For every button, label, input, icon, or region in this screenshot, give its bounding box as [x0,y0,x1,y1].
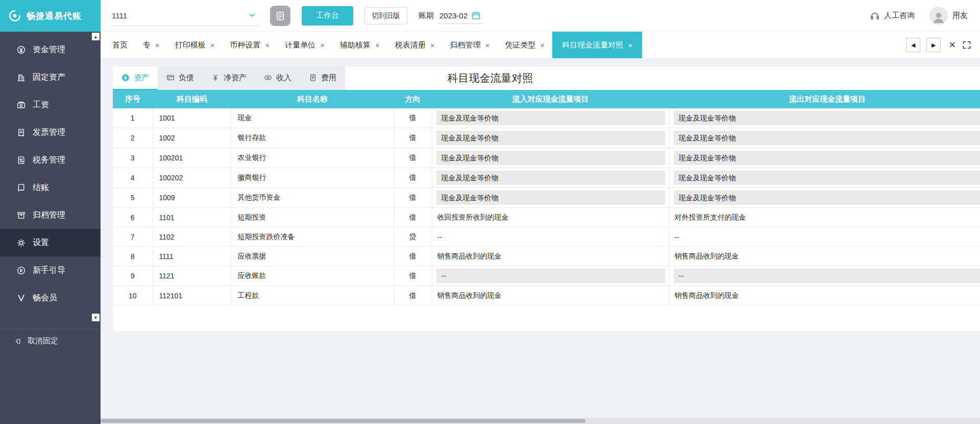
support-button[interactable]: 人工咨询 [870,11,915,21]
tab-close-icon[interactable]: × [485,41,490,49]
fullscreen-button[interactable] [962,40,972,50]
horizontal-scrollbar-thumb[interactable] [101,419,585,423]
cell-outflow: -- [669,227,980,247]
tab-close-icon[interactable]: × [375,41,380,49]
horizontal-scrollbar[interactable] [101,418,980,424]
cell-name: 应收票据 [231,247,394,266]
tax-icon [16,155,26,165]
cell-direction: 贷 [394,227,432,247]
tab-bar: 首页专×打印模板×币种设置×计量单位×辅助核算×税表清册×归档管理×凭证类型×科… [101,32,980,58]
avatar[interactable] [929,7,948,25]
sidebar-item-archive[interactable]: 归档管理 [0,201,101,229]
tab-close-icon[interactable]: × [628,41,632,49]
category-tab-asset[interactable]: 资产 [113,66,158,90]
cell-direction: 借 [394,168,432,188]
cell-name: 短期投资 [231,208,394,227]
inflow-field[interactable]: 现金及现金等价物 [436,151,665,165]
cell-outflow: 销售商品收到的现金 [669,247,980,266]
sidebar-scroll-down-button[interactable]: ▼ [92,314,100,321]
category-tab-income[interactable]: 收入 [255,66,300,90]
tab-7[interactable]: 归档管理× [443,32,498,58]
company-select[interactable]: 1111 [110,6,259,26]
sidebar-item-fixed-assets[interactable]: 固定资产 [0,63,101,91]
tab-0[interactable]: 首页 [105,32,135,58]
sidebar-item-invoice[interactable]: 发票管理 [0,119,101,146]
tab-label: 首页 [112,40,128,50]
outflow-field[interactable]: -- [674,269,980,283]
tab-label: 科目现金流量对照 [562,40,623,50]
unpin-sidebar-button[interactable]: 取消固定 [0,329,101,352]
sidebar-item-guide[interactable]: 新手引导 [0,256,101,284]
tab-8[interactable]: 凭证类型× [497,32,552,58]
tab-scroll-left-button[interactable]: ◀ [906,38,920,52]
sidebar-item-label: 税务管理 [33,155,65,166]
inflow-field[interactable]: 现金及现金等价物 [436,111,665,125]
invoice-icon [16,128,26,137]
outflow-field[interactable]: 现金及现金等价物 [674,191,980,205]
tab-6[interactable]: 税表清册× [387,32,443,58]
cell-code: 1001 [153,108,231,128]
tab-close-icon[interactable]: × [430,41,435,49]
sidebar-item-member[interactable]: 畅会员 [0,284,101,312]
cell-seq: 7 [113,227,153,247]
category-tab-expense[interactable]: 费用 [300,66,345,90]
tab-scroll-right-button[interactable]: ▶ [926,38,941,52]
top-header: 1111 工作台 切到旧版 账期 2023-02 人工咨询 用友 [101,0,980,32]
sidebar-item-closing[interactable]: 结账 [0,174,101,201]
cell-code: 1101 [153,208,231,227]
switch-old-version-button[interactable]: 切到旧版 [364,7,407,25]
brand-area: 畅捷通易代账 [0,0,101,32]
tab-4[interactable]: 计量单位× [277,32,332,58]
inflow-field[interactable]: 现金及现金等价物 [436,131,665,145]
sidebar-item-payroll[interactable]: 工资 [0,91,101,119]
tab-close-icon[interactable]: × [265,41,270,49]
outflow-text: -- [674,233,679,241]
archive-icon [16,210,26,220]
cell-outflow: -- [669,266,980,286]
sidebar-item-funds[interactable]: 资金管理 [0,36,101,63]
tab-9[interactable]: 科目现金流量对照× [552,32,642,58]
tab-3[interactable]: 币种设置× [223,32,278,58]
cell-direction: 借 [394,148,432,168]
tab-label: 税表清册 [395,40,426,50]
category-tab-label: 负债 [179,73,194,83]
outflow-field[interactable]: 现金及现金等价物 [674,131,980,145]
tab-1[interactable]: 专× [135,32,167,58]
inflow-field[interactable]: -- [436,269,665,283]
category-tab-equity[interactable]: 净资产 [203,66,255,90]
outflow-field[interactable]: 现金及现金等价物 [674,111,980,125]
inflow-field[interactable]: 现金及现金等价物 [436,171,665,185]
panel-head: 资产负债净资产收入费用 科目现金流量对照 [113,66,980,90]
tab-close-icon[interactable]: × [210,41,215,49]
cell-name: 徽商银行 [231,168,394,188]
cell-seq: 3 [113,148,153,168]
cell-inflow: 现金及现金等价物 [432,168,669,188]
workbench-button[interactable]: 工作台 [302,6,353,26]
sidebar-item-settings[interactable]: 设置 [0,229,101,256]
cell-seq: 4 [113,168,153,188]
cell-seq: 10 [113,286,153,305]
sidebar-item-tax[interactable]: 税务管理 [0,146,101,174]
cell-inflow: 销售商品收到的现金 [432,286,669,305]
outflow-field[interactable]: 现金及现金等价物 [674,171,980,185]
cell-name: 农业银行 [231,148,394,168]
closing-icon [16,183,26,193]
inflow-field[interactable]: 现金及现金等价物 [436,191,665,205]
cell-code: 100202 [153,168,231,188]
column-header: 科目名称 [231,90,394,108]
category-tab-liability[interactable]: 负债 [158,66,203,90]
cell-direction: 借 [394,266,432,286]
tab-close-icon[interactable]: × [155,41,160,49]
sidebar-scroll-up-button[interactable]: ▲ [92,33,100,40]
period-picker[interactable]: 2023-02 [438,8,482,24]
tab-2[interactable]: 打印模板× [167,32,223,58]
tab-5[interactable]: 辅助核算× [332,32,387,58]
tab-label: 打印模板 [175,40,206,50]
close-all-tabs-button[interactable]: × [949,39,955,51]
outflow-field[interactable]: 现金及现金等价物 [674,151,980,165]
tab-close-icon[interactable]: × [320,41,325,49]
sidebar-item-label: 发票管理 [33,127,65,138]
tab-close-icon[interactable]: × [540,41,545,49]
notepad-button[interactable] [270,6,290,26]
tab-controls: ◀ ▶ × [906,32,980,58]
